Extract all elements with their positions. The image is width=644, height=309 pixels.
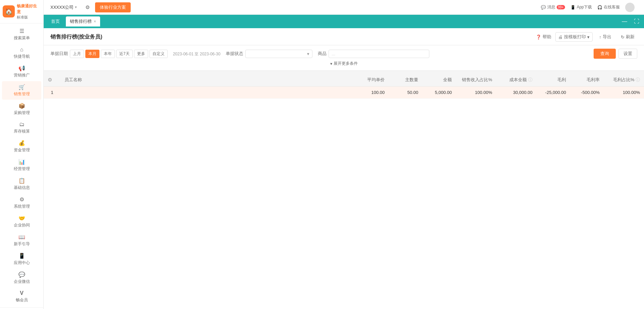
date-this-month-btn[interactable]: 本月: [85, 50, 99, 58]
filter-bar: 单据日期 上月 本月 本年 近7天 更多 自定义 2023-06-01 至 20…: [44, 45, 644, 71]
inventory-icon: 🗂: [19, 121, 25, 127]
message-action[interactable]: 💬 消息 99+: [541, 4, 565, 10]
date-custom-btn[interactable]: 自定义: [149, 50, 168, 58]
sidebar-label-basic-info: 基础信息: [14, 185, 30, 191]
sidebar-footer: ⚙ ◀: [0, 307, 43, 309]
sidebar-item-cooperation[interactable]: 🤝 企业协同: [2, 212, 41, 231]
filter-actions: 查询 设置: [594, 49, 637, 59]
cell-avg-price: 100.00: [355, 87, 389, 99]
tab-sales-ranking[interactable]: 销售排行榜 ×: [66, 16, 100, 27]
date-more-btn[interactable]: 更多: [134, 50, 148, 58]
date-buttons: 上月 本月 本年 近7天 更多 自定义: [70, 50, 168, 58]
sidebar-item-sales[interactable]: 🛒 销售管理: [2, 81, 41, 100]
message-icon: 💬: [541, 5, 546, 10]
sidebar: 🏠 畅康通好生意 标准版 ☰ 搜索菜单 ⌂ 快捷导航 📢 营销推广 🛒 销售管理…: [0, 0, 44, 309]
cell-rank: 1: [44, 87, 60, 99]
sidebar-item-finance[interactable]: 💰 资金管理: [2, 137, 41, 156]
system-icon: ⚙: [19, 196, 24, 203]
sidebar-item-quicknav[interactable]: ⌂ 快捷导航: [2, 44, 41, 62]
sidebar-item-wechat[interactable]: 💬 企业微信: [2, 269, 41, 287]
user-avatar[interactable]: [625, 3, 635, 12]
sidebar-label-operations: 经营管理: [14, 166, 30, 172]
sidebar-item-basic-info[interactable]: 📋 基础信息: [2, 175, 41, 193]
col-settings-icon[interactable]: ⚙: [48, 77, 52, 83]
date-filter-group: 单据日期 上月 本月 本年 近7天 更多 自定义: [50, 50, 168, 58]
col-header-gross-rate: 毛利率: [570, 73, 604, 87]
online-service-action[interactable]: 🎧 在线客服: [597, 4, 620, 10]
marketing-icon: 📢: [18, 65, 25, 71]
date-7days-btn[interactable]: 近7天: [116, 50, 133, 58]
expand-conditions-btn[interactable]: ▾ 展开更多条件: [330, 61, 358, 66]
help-icon: ❓: [536, 35, 541, 40]
sales-icon: 🛒: [18, 84, 25, 90]
search-menu-icon: ☰: [19, 28, 24, 34]
sidebar-label-guide: 新手引导: [14, 241, 30, 247]
tab-close-icon[interactable]: ×: [94, 19, 96, 24]
date-prev-month-btn[interactable]: 上月: [70, 50, 84, 58]
sidebar-item-apps[interactable]: 📱 应用中心: [2, 250, 41, 268]
finance-icon: 💰: [18, 140, 25, 146]
sidebar-label-member: 畅会员: [16, 297, 28, 303]
sidebar-item-purchase[interactable]: 📦 采购管理: [2, 100, 41, 118]
company-selector[interactable]: XXXXX公司 ▾: [48, 3, 80, 12]
wechat-icon: 💬: [18, 271, 25, 278]
sidebar-item-operations[interactable]: 📊 经营管理: [2, 156, 41, 174]
col-header-name: 员工名称: [60, 73, 355, 87]
table-body: 1 100.00 50.00 5,000.00: [44, 87, 644, 99]
cell-gross-ratio: 100.00%: [604, 87, 644, 99]
message-badge: 99+: [557, 5, 565, 9]
col-header-avg-price: 平均单价: [355, 73, 389, 87]
sidebar-label-search: 搜索菜单: [14, 35, 30, 41]
tab-minimize-btn[interactable]: —: [620, 17, 629, 26]
help-btn[interactable]: ❓ 帮助: [536, 34, 551, 40]
settings-button[interactable]: 设置: [618, 49, 637, 59]
date-range-display: 2023-06-01 至 2023-06-30: [173, 51, 220, 57]
headset-icon: 🎧: [597, 5, 602, 10]
template-print-btn[interactable]: 🖨 按模板打印 ▾: [555, 32, 593, 42]
online-service-label: 在线客服: [604, 4, 620, 10]
sidebar-item-guide[interactable]: 📖 新手引导: [2, 231, 41, 250]
table-header: ⚙ 员工名称 平均单价 主数量 全额: [44, 73, 644, 87]
purchase-icon: 📦: [18, 103, 25, 109]
status-filter-group: 单据状态 ▾: [226, 50, 312, 58]
goods-filter-label: 商品: [318, 51, 327, 57]
sidebar-label-inventory: 库存核算: [14, 128, 30, 134]
refresh-btn[interactable]: ↻ 刷新: [618, 33, 637, 41]
sidebar-label-quicknav: 快捷导航: [14, 54, 30, 59]
logo-icon: 🏠: [3, 5, 15, 17]
sidebar-item-system[interactable]: ⚙ 系统管理: [2, 194, 41, 212]
export-icon: ↑: [599, 35, 602, 40]
settings-gear-btn[interactable]: ⚙: [82, 2, 92, 12]
filter-row-main: 单据日期 上月 本月 本年 近7天 更多 自定义 2023-06-01 至 20…: [50, 49, 637, 59]
topbar: XXXXX公司 ▾ ⚙ 体验行业方案 💬 消息 99+ 📱 App下载 🎧 在线…: [44, 0, 644, 15]
tab-home[interactable]: 首页: [46, 16, 65, 27]
company-chevron-icon: ▾: [75, 5, 77, 9]
logo-text: 畅康通好生意 标准版: [17, 3, 41, 20]
topbar-right: 💬 消息 99+ 📱 App下载 🎧 在线客服: [541, 3, 640, 12]
tab-sales-ranking-label: 销售排行榜: [70, 18, 92, 24]
cell-gross: -25,000.00: [536, 87, 570, 99]
expand-row: ▾ 展开更多条件: [50, 59, 637, 67]
col-header-cost: 成本全额 ⓘ: [496, 73, 536, 87]
sidebar-item-marketing[interactable]: 📢 营销推广: [2, 62, 41, 81]
date-this-year-btn[interactable]: 本年: [101, 50, 115, 58]
query-button[interactable]: 查询: [594, 49, 616, 59]
trial-industry-button[interactable]: 体验行业方案: [95, 2, 131, 12]
template-chevron-icon: ▾: [587, 35, 590, 40]
sidebar-label-apps: 应用中心: [14, 260, 30, 266]
status-select[interactable]: ▾: [245, 50, 312, 58]
col-header-settings: ⚙: [44, 73, 60, 87]
sidebar-item-inventory[interactable]: 🗂 库存核算: [2, 119, 41, 137]
basic-info-icon: 📋: [18, 177, 25, 184]
logo-section: 🏠 畅康通好生意 标准版: [0, 0, 43, 23]
cost-info-icon: ⓘ: [528, 77, 532, 82]
goods-input[interactable]: ...: [329, 50, 429, 58]
app-download-action[interactable]: 📱 App下载: [570, 4, 592, 10]
sidebar-item-search[interactable]: ☰ 搜索菜单: [2, 25, 41, 44]
sidebar-item-member[interactable]: V 畅会员: [2, 288, 41, 306]
export-btn[interactable]: ↑ 导出: [597, 33, 614, 41]
tab-maximize-btn[interactable]: ⛶: [632, 17, 641, 26]
version-label: 标准版: [17, 15, 41, 20]
col-header-sales-ratio: 销售收入占比%: [456, 73, 496, 87]
sidebar-label-wechat: 企业微信: [14, 279, 30, 285]
